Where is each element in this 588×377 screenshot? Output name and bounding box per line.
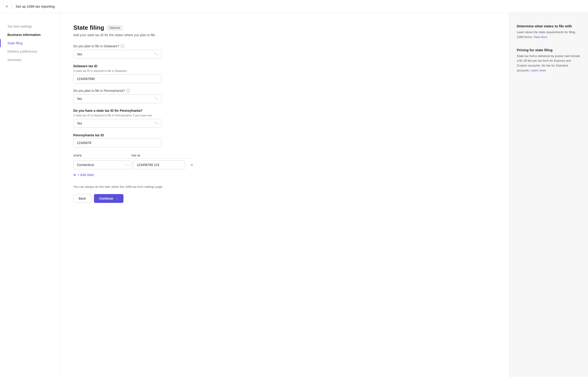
footer-note: You can always do this later within the … [73,185,496,188]
col-header-taxid: TAX ID [131,154,196,157]
table-row: Connecticut Alabama Alaska Arizona Arkan… [73,160,196,169]
page-subtitle: Add your state tax ID for the states whe… [73,33,496,37]
table-header: STATE TAX ID [73,153,196,159]
delaware-info-icon[interactable]: i [121,44,124,48]
delaware-plan-select[interactable]: Yes No [73,50,161,59]
add-state-label: + Add state [77,173,94,177]
continue-arrow: → [115,197,118,200]
state-select[interactable]: Connecticut Alabama Alaska Arizona Arkan… [73,160,131,169]
sidebar-item-tax-form-settings[interactable]: Tax form settings [0,22,60,31]
col-header-state: STATE [73,154,131,157]
button-row: Back Continue → [73,194,496,203]
remove-state-button[interactable]: ✕ [187,162,196,168]
pennsylvania-plan-select[interactable]: Yes No [73,94,161,103]
pa-taxid-label: Pennsylvania tax ID [73,133,496,137]
delaware-taxid-sublabel: A state tax ID is required to file in De… [73,69,496,72]
header-title: Set up 1099 tax reporting [16,4,55,8]
pa-taxid-input[interactable] [73,138,161,147]
pa-state-taxid-select-wrapper: Yes No ⌃⌄ [73,119,161,128]
panel-section-1: Determine what states to file with Learn… [517,24,581,40]
delaware-taxid-label: Delaware tax ID [73,64,496,68]
delaware-question-group: Do you plan to file in Delaware? i Yes N… [73,44,496,59]
delaware-select-wrapper: Yes No ⌃⌄ [73,50,161,59]
layout: Tax form settings Business information S… [0,13,588,377]
main-content: State filing Optional Add your state tax… [60,13,509,377]
panel-section1-title: Determine what states to file with [517,24,581,28]
pa-state-taxid-question-label: Do you have a state tax ID for Pennsylva… [73,109,496,112]
right-panel: Determine what states to file with Learn… [509,13,588,377]
page-title: State filing [73,24,104,31]
continue-button[interactable]: Continue → [94,194,123,203]
panel-section2-title: Pricing for state filing [517,48,581,52]
panel-section-2: Pricing for state filing State tax forms… [517,48,581,73]
pa-state-taxid-sublabel: A state tax ID is required to file in Pe… [73,114,496,117]
state-taxid-input[interactable] [133,160,185,169]
view-docs-link[interactable]: View docs [533,35,547,39]
delaware-question-label: Do you plan to file in Delaware? i [73,44,496,48]
pennsylvania-question-label: Do you plan to file in Pennsylvania? i [73,89,496,93]
add-state-icon: ⊕ [73,173,76,177]
add-state-button[interactable]: ⊕ + Add state [73,172,94,177]
learn-more-link[interactable]: Learn more [530,69,546,72]
back-button[interactable]: Back [73,194,91,203]
header-divider [12,4,12,9]
sidebar-item-delivery-preferences[interactable]: Delivery preferences [0,47,60,56]
sidebar-item-business-information[interactable]: Business information [0,31,60,39]
optional-badge: Optional [107,25,122,30]
pennsylvania-info-icon[interactable]: i [126,89,130,93]
header: × Set up 1099 tax reporting [0,0,588,13]
title-row: State filing Optional [73,24,496,31]
delaware-taxid-input[interactable] [73,74,161,83]
pennsylvania-question-group: Do you plan to file in Pennsylvania? i Y… [73,89,496,103]
continue-label: Continue [99,197,113,200]
pa-taxid-group: Pennsylvania tax ID [73,133,496,147]
sidebar: Tax form settings Business information S… [0,13,60,377]
pa-state-taxid-question-group: Do you have a state tax ID for Pennsylva… [73,109,496,128]
panel-section1-text: Learn about the state requirements for f… [517,30,581,40]
state-select-wrapper: Connecticut Alabama Alaska Arizona Arkan… [73,160,131,169]
sidebar-item-state-filing[interactable]: State filing [0,39,60,47]
delaware-taxid-group: Delaware tax ID A state tax ID is requir… [73,64,496,83]
sidebar-item-summary[interactable]: Summary [0,56,60,64]
pennsylvania-select-wrapper: Yes No ⌃⌄ [73,94,161,103]
close-icon[interactable]: × [6,4,8,9]
state-table: STATE TAX ID Connecticut Alabama Alaska … [73,153,196,169]
panel-section2-text: State tax forms delivered by postal mail… [517,54,581,73]
pa-state-taxid-select[interactable]: Yes No [73,119,161,128]
